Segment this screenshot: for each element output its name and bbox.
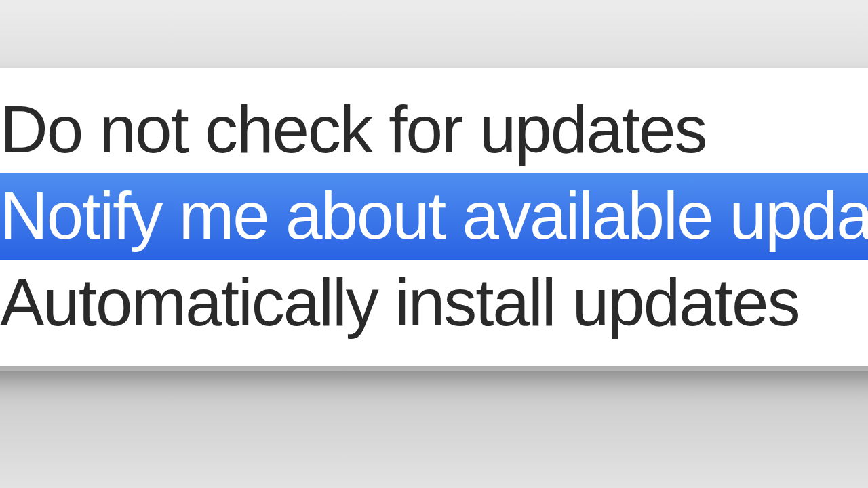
window-background-top [0, 0, 868, 68]
update-options-dropdown[interactable]: Do not check for updates Notify me about… [0, 68, 868, 366]
option-auto-install[interactable]: Automatically install updates [0, 260, 868, 346]
window-background-bottom [0, 371, 868, 488]
option-do-not-check[interactable]: Do not check for updates [0, 87, 868, 173]
option-notify-me[interactable]: Notify me about available updates [0, 173, 868, 259]
